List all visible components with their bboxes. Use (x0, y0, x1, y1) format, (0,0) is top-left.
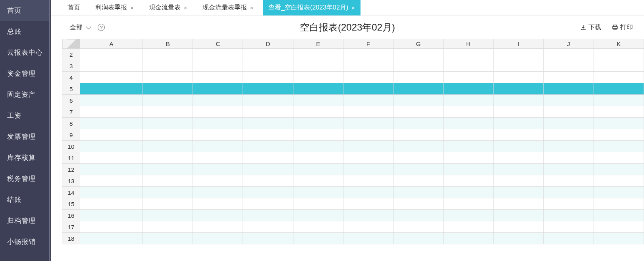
cell[interactable] (243, 60, 293, 72)
column-header-i[interactable]: I (494, 39, 544, 49)
cell[interactable] (443, 164, 494, 175)
cell[interactable] (443, 187, 494, 198)
cell[interactable] (293, 198, 343, 210)
cell[interactable] (80, 210, 143, 221)
cell[interactable] (443, 60, 494, 72)
cell[interactable] (193, 49, 243, 60)
cell[interactable] (393, 106, 443, 118)
row-header[interactable]: 7 (62, 106, 80, 118)
cell[interactable] (193, 164, 243, 175)
sidebar-scrollbar[interactable] (49, 0, 50, 261)
cell[interactable] (143, 83, 193, 95)
cell[interactable] (393, 83, 443, 95)
cell[interactable] (193, 141, 243, 152)
cell[interactable] (293, 118, 343, 129)
cell[interactable] (293, 164, 343, 175)
cell[interactable] (143, 72, 193, 83)
cell[interactable] (544, 187, 594, 198)
cell[interactable] (243, 141, 293, 152)
tab-view-blank-report[interactable]: 查看_空白报表(2023年02月) × (263, 0, 361, 15)
cell[interactable] (443, 129, 494, 141)
cell[interactable] (293, 141, 343, 152)
download-button[interactable]: 下载 (580, 23, 601, 32)
row-header[interactable]: 2 (62, 49, 80, 60)
sheet-corner[interactable] (62, 39, 80, 49)
column-header-d[interactable]: D (243, 39, 293, 49)
cell[interactable] (343, 72, 393, 83)
cell[interactable] (494, 221, 544, 233)
cell[interactable] (80, 95, 143, 106)
cell[interactable] (443, 198, 494, 210)
row-header[interactable]: 3 (62, 60, 80, 72)
cell[interactable] (544, 164, 594, 175)
cell[interactable] (193, 152, 243, 164)
close-icon[interactable]: × (184, 4, 187, 11)
cell[interactable] (80, 49, 143, 60)
cell[interactable] (243, 118, 293, 129)
cell[interactable] (594, 175, 644, 187)
column-header-f[interactable]: F (343, 39, 393, 49)
cell[interactable] (80, 175, 143, 187)
cell[interactable] (193, 187, 243, 198)
row-header[interactable]: 13 (62, 175, 80, 187)
cell[interactable] (80, 72, 143, 83)
cell[interactable] (393, 187, 443, 198)
cell[interactable] (544, 60, 594, 72)
sidebar-item-salary[interactable]: 工资 (0, 105, 50, 126)
tab-profit-quarterly[interactable]: 利润表季报 × (90, 0, 139, 15)
cell[interactable] (80, 118, 143, 129)
cell[interactable] (494, 164, 544, 175)
cell[interactable] (594, 164, 644, 175)
cell[interactable] (544, 175, 594, 187)
cell[interactable] (343, 152, 393, 164)
cell[interactable] (393, 49, 443, 60)
spreadsheet[interactable]: ABCDEFGHIJK 23456789101112131415161718 (51, 39, 644, 261)
sidebar-item-ledger[interactable]: 总账 (0, 21, 50, 42)
cell[interactable] (143, 49, 193, 60)
cell[interactable] (343, 187, 393, 198)
row-header[interactable]: 18 (62, 233, 80, 244)
cell[interactable] (293, 221, 343, 233)
cell[interactable] (80, 233, 143, 244)
cell[interactable] (193, 106, 243, 118)
cell[interactable] (143, 187, 193, 198)
cell[interactable] (143, 60, 193, 72)
cell[interactable] (343, 141, 393, 152)
cell[interactable] (143, 175, 193, 187)
cell[interactable] (494, 129, 544, 141)
print-button[interactable]: 打印 (611, 23, 633, 32)
cell[interactable] (393, 152, 443, 164)
cell[interactable] (293, 83, 343, 95)
cell[interactable] (594, 233, 644, 244)
cell[interactable] (594, 118, 644, 129)
close-icon[interactable]: × (250, 4, 254, 11)
cell[interactable] (143, 118, 193, 129)
sidebar-item-closing[interactable]: 结账 (0, 189, 50, 210)
close-icon[interactable]: × (130, 4, 134, 11)
cell[interactable] (594, 60, 644, 72)
cell[interactable] (293, 49, 343, 60)
cell[interactable] (193, 210, 243, 221)
sidebar-item-fixed-assets[interactable]: 固定资产 (0, 84, 50, 105)
cell[interactable] (393, 221, 443, 233)
cell[interactable] (243, 95, 293, 106)
tab-cashflow[interactable]: 现金流量表 × (143, 0, 193, 15)
cell[interactable] (494, 233, 544, 244)
cell[interactable] (494, 49, 544, 60)
cell[interactable] (544, 152, 594, 164)
cell[interactable] (594, 106, 644, 118)
cell[interactable] (544, 210, 594, 221)
help-icon[interactable]: ? (98, 24, 105, 31)
cell[interactable] (594, 141, 644, 152)
cell[interactable] (393, 72, 443, 83)
cell[interactable] (293, 129, 343, 141)
cell[interactable] (193, 95, 243, 106)
cell[interactable] (494, 118, 544, 129)
cell[interactable] (143, 164, 193, 175)
cell[interactable] (544, 72, 594, 83)
cell[interactable] (243, 210, 293, 221)
cell[interactable] (243, 72, 293, 83)
cell[interactable] (80, 221, 143, 233)
tab-cashflow-quarterly[interactable]: 现金流量表季报 × (197, 0, 259, 15)
cell[interactable] (443, 141, 494, 152)
